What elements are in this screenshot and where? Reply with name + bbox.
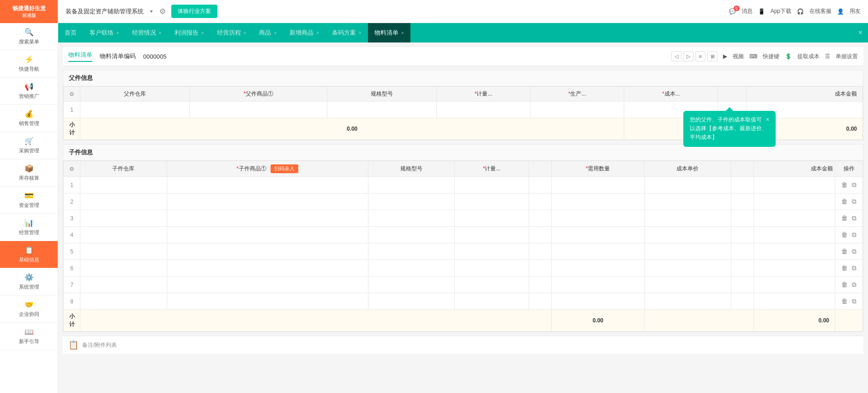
parent-cell-warehouse-1[interactable] — [80, 102, 190, 118]
tab-operation[interactable]: 经营情况 × — [126, 23, 168, 42]
sub-tab-bom[interactable]: 物料清单 — [68, 51, 92, 62]
parent-cell-unit-1[interactable] — [437, 102, 530, 118]
tab-profit-close[interactable]: × — [201, 30, 204, 36]
copy-icon-2[interactable]: ⧉ — [852, 198, 856, 205]
delete-icon-8[interactable]: 🗑 — [841, 297, 848, 305]
topbar-gear-icon[interactable]: ⚙ — [159, 7, 166, 16]
child-col-gear[interactable]: ⚙ — [64, 161, 80, 177]
tab-customer[interactable]: 客户联络 × — [83, 23, 126, 42]
topbar-dropdown-arrow[interactable]: ▼ — [149, 9, 154, 14]
sidebar-item-enterprise[interactable]: 🤝 企业协同 — [0, 296, 58, 323]
delete-icon-3[interactable]: 🗑 — [841, 214, 848, 222]
child-cell-unit-5[interactable] — [455, 243, 529, 260]
child-cell-warehouse-3[interactable] — [80, 210, 167, 227]
child-cell-spec-4[interactable] — [368, 227, 455, 243]
child-cell-qty-2[interactable] — [552, 193, 645, 210]
copy-icon-5[interactable]: ⧉ — [852, 248, 856, 255]
cost-label[interactable]: 提取成本 — [797, 53, 820, 60]
messages-button[interactable]: 💬 6 — [729, 8, 736, 15]
child-cell-qty-8[interactable] — [552, 293, 645, 310]
child-cell-unit-1[interactable] — [455, 177, 529, 193]
child-cell-qty-3[interactable] — [552, 210, 645, 227]
child-cell-warehouse-6[interactable] — [80, 260, 167, 277]
child-cell-warehouse-7[interactable] — [80, 277, 167, 293]
online-service-label[interactable]: 在线客服 — [809, 7, 832, 15]
child-cell-qty-4[interactable] — [552, 227, 645, 243]
tab-goods[interactable]: 商品 × — [253, 23, 283, 42]
child-cell-goods-8[interactable] — [167, 293, 368, 310]
sidebar-item-quicknav[interactable]: ⚡ 快捷导航 — [0, 50, 58, 78]
tab-history[interactable]: 经营历程 × — [211, 23, 253, 42]
sidebar-item-management[interactable]: 📊 经营管理 — [0, 214, 58, 241]
child-cell-goods-5[interactable] — [167, 243, 368, 260]
tab-operation-close[interactable]: × — [159, 30, 162, 36]
delete-icon-5[interactable]: 🗑 — [841, 248, 848, 255]
child-gear-icon[interactable]: ⚙ — [69, 166, 74, 172]
sidebar-item-system[interactable]: ⚙️ 系统管理 — [0, 268, 58, 296]
child-cell-price-4[interactable] — [645, 227, 731, 243]
sidebar-item-inventory[interactable]: 📦 库存核算 — [0, 159, 58, 187]
child-cell-goods-1[interactable] — [167, 177, 368, 193]
child-cell-goods-4[interactable] — [167, 227, 368, 243]
copy-icon-4[interactable]: ⧉ — [852, 231, 856, 238]
shortcut-label[interactable]: 快捷键 — [763, 53, 779, 60]
child-cell-goods-2[interactable] — [167, 193, 368, 210]
parent-cell-spec-1[interactable] — [327, 102, 436, 118]
child-cell-goods-6[interactable] — [167, 260, 368, 277]
child-cell-unit-8[interactable] — [455, 293, 529, 310]
tooltip-close-button[interactable]: × — [766, 115, 769, 124]
child-cell-qty-6[interactable] — [552, 260, 645, 277]
sidebar-item-marketing[interactable]: 📢 营销推广 — [0, 78, 58, 105]
child-cell-qty-7[interactable] — [552, 277, 645, 293]
nav-list-btn[interactable]: ⊞ — [707, 51, 717, 61]
tab-bom[interactable]: 物料清单 × — [368, 23, 410, 42]
tab-barcode[interactable]: 条码方案 × — [326, 23, 368, 42]
child-cell-spec-6[interactable] — [368, 260, 455, 277]
child-cell-spec-7[interactable] — [368, 277, 455, 293]
sidebar-item-purchase[interactable]: 🛒 采购管理 — [0, 132, 58, 159]
child-cell-unit-6[interactable] — [455, 260, 529, 277]
delete-icon-2[interactable]: 🗑 — [841, 198, 848, 205]
tab-goods-close[interactable]: × — [274, 30, 277, 36]
child-cell-warehouse-2[interactable] — [80, 193, 167, 210]
scan-button[interactable]: 扫码录入 — [271, 164, 298, 173]
child-cell-spec-5[interactable] — [368, 243, 455, 260]
tab-profit[interactable]: 利润报告 × — [168, 23, 211, 42]
nav-next-btn[interactable]: ▷ — [683, 51, 693, 61]
app-download-label[interactable]: App下载 — [771, 7, 791, 15]
tab-close-all[interactable]: × — [853, 29, 868, 37]
tab-history-close[interactable]: × — [244, 30, 247, 36]
view-label[interactable]: 视频 — [733, 53, 744, 60]
child-cell-spec-8[interactable] — [368, 293, 455, 310]
delete-icon-6[interactable]: 🗑 — [841, 264, 848, 272]
child-cell-warehouse-4[interactable] — [80, 227, 167, 243]
child-cell-warehouse-8[interactable] — [80, 293, 167, 310]
gear-icon[interactable]: ⚙ — [69, 91, 74, 97]
parent-cell-produce-1[interactable] — [530, 102, 624, 118]
copy-icon-1[interactable]: ⧉ — [852, 181, 856, 188]
delete-icon-7[interactable]: 🗑 — [841, 281, 848, 288]
sidebar-item-sales[interactable]: 💰 销售管理 — [0, 105, 58, 132]
child-cell-unit-4[interactable] — [455, 227, 529, 243]
child-cell-unit-2[interactable] — [455, 193, 529, 210]
copy-icon-7[interactable]: ⧉ — [852, 281, 856, 288]
sidebar-item-finance[interactable]: 💳 资金管理 — [0, 187, 58, 214]
child-cell-spec-1[interactable] — [368, 177, 455, 193]
sidebar-item-basic-info[interactable]: 📋 基础信息 — [0, 241, 58, 268]
child-cell-price-2[interactable] — [645, 193, 731, 210]
child-cell-price-6[interactable] — [645, 260, 731, 277]
sidebar-item-guide[interactable]: 📖 新手引导 — [0, 323, 58, 350]
copy-icon-8[interactable]: ⧉ — [852, 297, 856, 305]
child-cell-warehouse-1[interactable] — [80, 177, 167, 193]
child-cell-price-3[interactable] — [645, 210, 731, 227]
copy-icon-6[interactable]: ⧉ — [852, 264, 856, 272]
child-cell-goods-3[interactable] — [167, 210, 368, 227]
tab-barcode-close[interactable]: × — [359, 30, 362, 36]
tab-bom-close[interactable]: × — [401, 30, 404, 36]
tab-customer-close[interactable]: × — [116, 30, 119, 36]
sidebar-item-search[interactable]: 🔍 搜索菜单 — [0, 23, 58, 50]
delete-icon-1[interactable]: 🗑 — [841, 181, 848, 188]
child-cell-price-7[interactable] — [645, 277, 731, 293]
child-cell-price-8[interactable] — [645, 293, 731, 310]
child-cell-price-5[interactable] — [645, 243, 731, 260]
